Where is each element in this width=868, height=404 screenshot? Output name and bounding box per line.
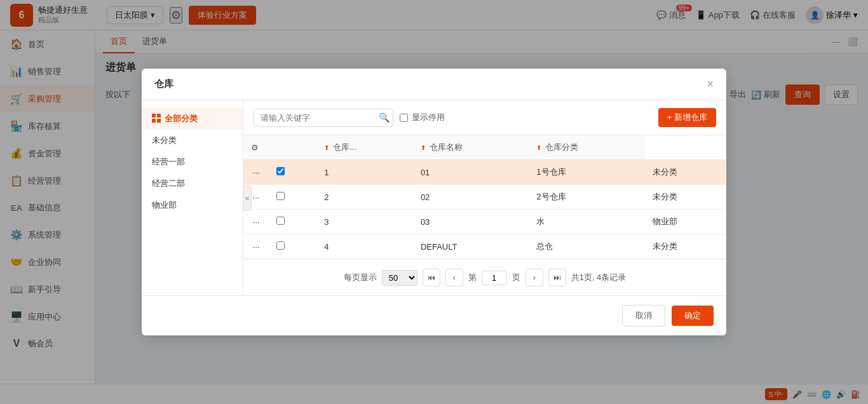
row-code: 01 bbox=[413, 160, 529, 185]
tree-panel: 全部分类 未分类 经营一部 经营二部 物业部 « bbox=[142, 100, 243, 295]
tree-item-op1[interactable]: 经营一部 bbox=[142, 151, 243, 173]
row-checkbox-cell bbox=[269, 210, 316, 234]
tree-item-property[interactable]: 物业部 bbox=[142, 194, 243, 216]
tree-item-all[interactable]: 全部分类 bbox=[142, 108, 243, 130]
table-scroll-area: ⚙ ⬆ 仓库... ⬆ 仓库名称 bbox=[243, 135, 726, 259]
row-gear-icon[interactable]: ··· bbox=[243, 160, 269, 185]
svg-rect-3 bbox=[157, 119, 161, 123]
row-index: 4 bbox=[316, 234, 413, 259]
tree-item-unclassified[interactable]: 未分类 bbox=[142, 130, 243, 151]
col-category[interactable]: ⬆ 仓库分类 bbox=[529, 135, 644, 160]
table-row[interactable]: ··· 4 DEFAULT 总仓 未分类 bbox=[243, 234, 726, 259]
row-code: DEFAULT bbox=[413, 234, 529, 259]
first-page-button[interactable]: ⏮ bbox=[423, 269, 440, 286]
col-code[interactable]: ⬆ 仓库... bbox=[316, 135, 413, 160]
grid-icon bbox=[152, 114, 161, 125]
row-name: 2号仓库 bbox=[529, 185, 644, 210]
row-category: 未分类 bbox=[645, 185, 726, 210]
col-checkbox bbox=[269, 135, 316, 160]
row-name: 1号仓库 bbox=[529, 160, 644, 185]
col-gear: ⚙ bbox=[243, 135, 269, 160]
last-page-button[interactable]: ⏭ bbox=[548, 269, 566, 286]
search-button[interactable]: 🔍 bbox=[374, 112, 393, 123]
modal-close-button[interactable]: × bbox=[707, 77, 714, 91]
row-gear-icon[interactable]: ··· bbox=[243, 234, 269, 259]
show-disabled-checkbox[interactable] bbox=[400, 114, 408, 122]
row-checkbox[interactable] bbox=[276, 167, 285, 175]
tree-collapse-button[interactable]: « bbox=[243, 185, 252, 211]
svg-rect-2 bbox=[152, 119, 156, 123]
col-name[interactable]: ⬆ 仓库名称 bbox=[413, 135, 529, 160]
row-checkbox-cell bbox=[269, 185, 316, 210]
row-checkbox-cell bbox=[269, 234, 316, 259]
next-page-button[interactable]: › bbox=[526, 269, 543, 286]
row-category: 物业部 bbox=[645, 210, 726, 234]
row-checkbox[interactable] bbox=[276, 241, 285, 250]
svg-rect-1 bbox=[157, 114, 161, 118]
row-name: 总仓 bbox=[529, 234, 644, 259]
row-gear-icon[interactable]: ··· bbox=[243, 210, 269, 234]
row-category: 未分类 bbox=[645, 234, 726, 259]
per-page-select[interactable]: 50 10 20 100 bbox=[382, 270, 417, 286]
sort-icon: ⬆ bbox=[536, 144, 541, 151]
row-index: 3 bbox=[316, 210, 413, 234]
table-row[interactable]: ··· 2 02 2号仓库 未分类 bbox=[243, 185, 726, 210]
modal-footer: 取消 确定 bbox=[142, 295, 726, 335]
page-input[interactable] bbox=[482, 271, 507, 285]
sort-icon: ⬆ bbox=[421, 144, 426, 151]
row-checkbox[interactable] bbox=[276, 217, 285, 225]
show-disabled-checkbox-label[interactable]: 显示停用 bbox=[400, 112, 445, 123]
row-index: 2 bbox=[316, 185, 413, 210]
table-row[interactable]: ··· 3 03 水 物业部 bbox=[243, 210, 726, 234]
row-category: 未分类 bbox=[645, 160, 726, 185]
row-checkbox-cell bbox=[269, 160, 316, 185]
add-warehouse-button[interactable]: + 新增仓库 bbox=[658, 108, 716, 127]
tree-item-op2[interactable]: 经营二部 bbox=[142, 173, 243, 194]
table-row[interactable]: ··· 1 01 1号仓库 未分类 bbox=[243, 160, 726, 185]
row-name: 水 bbox=[529, 210, 644, 234]
row-index: 1 bbox=[316, 160, 413, 185]
confirm-button[interactable]: 确定 bbox=[672, 306, 714, 326]
warehouse-modal: 仓库 × 全部分类 bbox=[142, 69, 726, 335]
table-panel: 🔍 显示停用 + 新增仓库 ⚙ bbox=[243, 100, 726, 295]
prev-page-button[interactable]: ‹ bbox=[445, 269, 463, 286]
sort-icon: ⬆ bbox=[324, 144, 329, 151]
table-toolbar: 🔍 显示停用 + 新增仓库 bbox=[243, 100, 726, 135]
modal-body: 全部分类 未分类 经营一部 经营二部 物业部 « bbox=[142, 100, 726, 295]
cancel-button[interactable]: 取消 bbox=[622, 305, 665, 327]
row-code: 02 bbox=[413, 185, 529, 210]
svg-rect-0 bbox=[152, 114, 156, 118]
row-code: 03 bbox=[413, 210, 529, 234]
modal-overlay: 仓库 × 全部分类 bbox=[0, 0, 868, 404]
search-input-wrap: 🔍 bbox=[254, 109, 393, 127]
warehouse-table: ⚙ ⬆ 仓库... ⬆ 仓库名称 bbox=[243, 135, 726, 259]
modal-title: 仓库 bbox=[154, 78, 173, 90]
pagination: 每页显示 50 10 20 100 ⏮ ‹ 第 页 › ⏭ 共1页, 4条记录 bbox=[243, 259, 726, 295]
row-checkbox[interactable] bbox=[276, 192, 285, 200]
search-input[interactable] bbox=[254, 109, 374, 126]
modal-header: 仓库 × bbox=[142, 69, 726, 100]
